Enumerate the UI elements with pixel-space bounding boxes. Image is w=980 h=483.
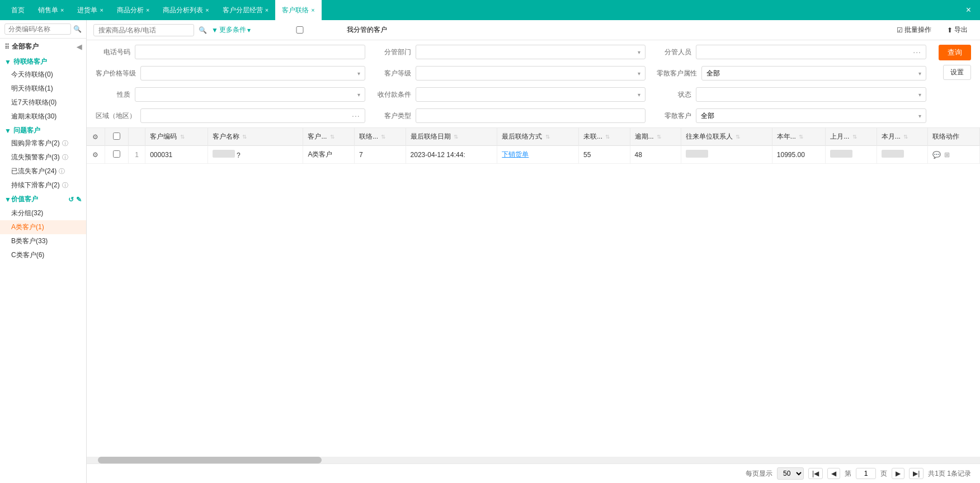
- sidebar-item-churn-warning[interactable]: 流失预警客户(3) ⓘ: [0, 150, 86, 164]
- nav-home[interactable]: 首页: [4, 0, 31, 20]
- qr-icon[interactable]: ⊞: [944, 151, 950, 159]
- overdue-column-header[interactable]: 逾期... ⇅: [630, 128, 681, 146]
- my-customers-checkbox[interactable]: [255, 26, 345, 34]
- last-page-btn[interactable]: ▶|: [909, 468, 924, 479]
- customer-level-select[interactable]: ▾: [416, 66, 646, 80]
- nature-select[interactable]: ▾: [135, 87, 365, 102]
- not-contact-sort-icon[interactable]: ⇅: [605, 134, 610, 140]
- search-button[interactable]: 🔍: [199, 26, 207, 34]
- pending-contact-group[interactable]: ▼ 待联络客户: [0, 55, 86, 68]
- level-column-header[interactable]: 客户... ⇅: [303, 128, 355, 146]
- row-last-contact-method[interactable]: 下销货单: [497, 146, 579, 164]
- sidebar-item-declining[interactable]: 持续下滑客户(2) ⓘ: [0, 178, 86, 192]
- nav-product-analysis-list-close[interactable]: ×: [205, 7, 209, 13]
- batch-op-button[interactable]: ☑ 批量操作: [891, 23, 937, 36]
- row-code[interactable]: 000031: [145, 146, 208, 164]
- first-page-btn[interactable]: |◀: [808, 468, 823, 479]
- sidebar-item-7day-pending[interactable]: 近7天待联络(0): [0, 96, 86, 110]
- this-year-column-header[interactable]: 本年... ⇅: [772, 128, 825, 146]
- settings-button[interactable]: 设置: [943, 65, 971, 80]
- customer-type-input[interactable]: [416, 108, 646, 123]
- code-column-header[interactable]: 客户编码 ⇅: [145, 128, 208, 146]
- sidebar-item-b-class[interactable]: B类客户(33): [0, 234, 86, 248]
- retail-customer-select[interactable]: 全部 ▾: [696, 108, 926, 123]
- last-contact-method-column-header[interactable]: 最后联络方式 ⇅: [497, 128, 579, 146]
- chat-icon[interactable]: 💬: [932, 151, 941, 159]
- my-customers-checkbox-label[interactable]: 我分管的客户: [255, 25, 387, 35]
- nav-customer-contact[interactable]: 客户联络 ×: [275, 0, 321, 20]
- collapse-icon[interactable]: ◀: [77, 43, 82, 51]
- row-gear[interactable]: ⚙: [87, 146, 105, 164]
- nav-product-analysis[interactable]: 商品分析 ×: [110, 0, 156, 20]
- nav-purchase[interactable]: 进货单 ×: [70, 0, 110, 20]
- sidebar-item-ungrouped[interactable]: 未分组(32): [0, 206, 86, 220]
- next-page-btn[interactable]: ▶: [892, 468, 904, 479]
- status-select[interactable]: ▾: [696, 87, 926, 102]
- dept-select[interactable]: ▾: [416, 45, 646, 59]
- scrollbar-thumb[interactable]: [98, 457, 322, 463]
- sidebar-item-a-class[interactable]: A类客户(1): [0, 220, 86, 234]
- sidebar-item-today-pending[interactable]: 今天待联络(0): [0, 68, 86, 82]
- search-input[interactable]: [93, 24, 194, 36]
- overdue-sort-icon[interactable]: ⇅: [657, 134, 661, 140]
- this-month-sort-icon[interactable]: ⇅: [903, 134, 908, 140]
- value-customers-group[interactable]: ▼ 价值客户 ↺ ✎: [0, 192, 86, 206]
- price-level-select[interactable]: ▾: [140, 66, 365, 80]
- nav-purchase-close[interactable]: ×: [100, 7, 103, 13]
- select-all-checkbox[interactable]: [113, 132, 120, 140]
- action-column-header: 联络动作: [928, 128, 980, 146]
- sidebar-item-c-class[interactable]: C类客户(6): [0, 248, 86, 262]
- sidebar-item-overdue-contact[interactable]: 逾期未联络(30): [0, 110, 86, 124]
- refresh-icon[interactable]: ↺: [68, 196, 74, 203]
- row-checkbox-cell[interactable]: [105, 146, 129, 164]
- row-checkbox[interactable]: [113, 150, 120, 158]
- query-button[interactable]: 查询: [939, 45, 971, 60]
- contact-person-sort-icon[interactable]: ⇅: [736, 134, 740, 140]
- nav-sales-close[interactable]: ×: [60, 7, 64, 13]
- not-contact-column-header[interactable]: 未联... ⇅: [578, 128, 630, 146]
- more-filters-btn[interactable]: ▼ 更多条件 ▾: [211, 25, 251, 35]
- last-contact-date-column-header[interactable]: 最后联络日期 ⇅: [406, 128, 497, 146]
- region-input[interactable]: ···: [140, 108, 365, 123]
- phone-input[interactable]: [135, 45, 365, 59]
- nav-customer-tier[interactable]: 客户分层经营 ×: [216, 0, 275, 20]
- export-button[interactable]: ⬆ 导出: [941, 23, 973, 36]
- last-date-sort-icon[interactable]: ⇅: [454, 134, 458, 140]
- sidebar-item-hoarding[interactable]: 囤购异常客户(2) ⓘ: [0, 136, 86, 150]
- sidebar-item-churned[interactable]: 已流失客户(24) ⓘ: [0, 164, 86, 178]
- page-size-select[interactable]: 50: [777, 467, 804, 480]
- last-month-column-header[interactable]: 上月... ⇅: [826, 128, 877, 146]
- this-year-sort-icon[interactable]: ⇅: [799, 134, 803, 140]
- all-customers-header[interactable]: ⠿ 全部客户 ◀: [0, 39, 86, 55]
- prev-page-btn[interactable]: ◀: [827, 468, 840, 479]
- payment-select[interactable]: ▾: [416, 87, 646, 102]
- level-sort-icon[interactable]: ⇅: [330, 134, 334, 140]
- contact-count-sort-icon[interactable]: ⇅: [381, 134, 385, 140]
- manager-input[interactable]: ···: [696, 45, 926, 59]
- global-close-btn[interactable]: ×: [962, 5, 976, 15]
- nav-product-analysis-list[interactable]: 商品分析列表 ×: [156, 0, 215, 20]
- checkbox-column-header[interactable]: [105, 128, 129, 146]
- nav-sales[interactable]: 销售单 ×: [31, 0, 70, 20]
- sidebar-item-tomorrow-pending[interactable]: 明天待联络(1): [0, 82, 86, 96]
- page-number-input[interactable]: [856, 468, 876, 479]
- last-method-sort-icon[interactable]: ⇅: [545, 134, 550, 140]
- horizontal-scrollbar[interactable]: [87, 457, 980, 463]
- sidebar-search-icon[interactable]: 🔍: [73, 25, 82, 33]
- nav-customer-contact-close[interactable]: ×: [311, 7, 314, 13]
- contact-count-column-header[interactable]: 联络... ⇅: [355, 128, 406, 146]
- category-search-input[interactable]: [4, 23, 71, 35]
- problem-customers-group[interactable]: ▼ 问题客户: [0, 124, 86, 136]
- this-month-column-header[interactable]: 本月... ⇅: [877, 128, 928, 146]
- last-month-sort-icon[interactable]: ⇅: [852, 134, 857, 140]
- name-sort-icon[interactable]: ⇅: [242, 134, 247, 140]
- nav-customer-tier-close[interactable]: ×: [265, 7, 268, 13]
- name-column-header[interactable]: 客户名称 ⇅: [208, 128, 303, 146]
- contact-person-column-header[interactable]: 往来单位联系人 ⇅: [681, 128, 772, 146]
- code-sort-icon[interactable]: ⇅: [180, 134, 185, 140]
- edit-icon[interactable]: ✎: [76, 196, 82, 203]
- filter-manager-label: 分管人员: [657, 48, 696, 57]
- retail-attr-select[interactable]: 全部 ▾: [701, 66, 926, 80]
- nav-product-analysis-close[interactable]: ×: [146, 7, 149, 13]
- gear-column-header[interactable]: ⚙: [87, 128, 105, 146]
